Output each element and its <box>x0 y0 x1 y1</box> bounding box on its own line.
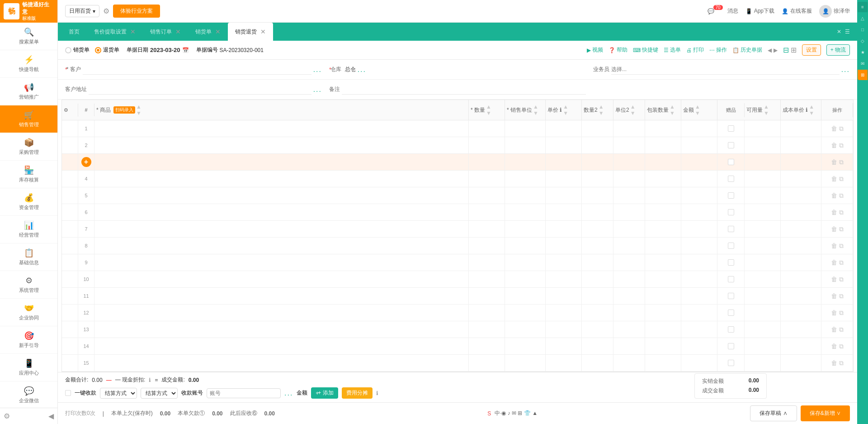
td-avail-13[interactable] <box>745 321 781 338</box>
account-dots[interactable]: ... <box>284 389 293 397</box>
gift-checkbox-14[interactable] <box>728 343 734 349</box>
td-pkgqty-13[interactable] <box>645 321 681 338</box>
history-action[interactable]: 📋 历史单据 <box>732 46 762 54</box>
rp-active-btn[interactable]: ⊞ <box>858 70 868 80</box>
td-pkgqty-12[interactable] <box>645 305 681 321</box>
save-new-btn[interactable]: 保存&新增 ∨ <box>801 405 850 421</box>
salesperson-dots[interactable]: ... <box>841 66 850 74</box>
td-cost-15[interactable] <box>781 355 821 371</box>
sidebar-item-cooperation[interactable]: 🤝 企业协同 <box>0 299 57 326</box>
copy-icon-15[interactable]: ⧉ <box>839 359 844 367</box>
settlement-select[interactable]: 结算方式 <box>100 388 137 399</box>
td-qty2-7[interactable] <box>582 221 613 237</box>
nav-left-icon[interactable]: ◀ <box>768 47 772 53</box>
td-pkgqty-15[interactable] <box>645 355 681 371</box>
td-amount-1[interactable] <box>681 120 717 137</box>
td-cost-9[interactable] <box>781 254 821 271</box>
close-all-icon[interactable]: ✕ <box>837 29 841 35</box>
sidebar-item-shortcut[interactable]: ⚡ 快捷导航 <box>0 50 57 78</box>
fee-split-info-icon[interactable]: ℹ <box>376 390 378 396</box>
td-cost-1[interactable] <box>781 120 821 137</box>
td-avail-8[interactable] <box>745 238 781 254</box>
sidebar-item-basic[interactable]: 📋 基础信息 <box>0 243 57 271</box>
sidebar-item-purchase[interactable]: 📦 采购管理 <box>0 133 57 161</box>
sidebar-bottom[interactable]: ⚙ ◀ <box>0 408 57 424</box>
delete-icon-7[interactable]: 🗑 <box>831 225 837 233</box>
address-dots[interactable]: ... <box>313 86 322 94</box>
td-qty-7[interactable] <box>469 221 505 237</box>
td-gift-2[interactable] <box>717 137 745 153</box>
td-unit2-8[interactable] <box>613 238 645 254</box>
scan-enter-btn[interactable]: 扫码录入 <box>113 106 135 114</box>
td-unit2-6[interactable] <box>613 204 645 220</box>
td-qty2-14[interactable] <box>582 338 613 354</box>
td-unit-8[interactable] <box>505 238 546 254</box>
td-gift-9[interactable] <box>717 254 745 271</box>
tab-close-sales_return[interactable]: ✕ <box>260 28 266 35</box>
td-unit2-14[interactable] <box>613 338 645 354</box>
gift-checkbox-10[interactable] <box>728 276 734 282</box>
sidebar-item-finance[interactable]: 💰 资金管理 <box>0 188 57 216</box>
td-qty2-10[interactable] <box>582 271 613 287</box>
sidebar-item-appstore[interactable]: 📱 应用中心 <box>0 354 57 381</box>
td-price-12[interactable] <box>546 305 582 321</box>
copy-icon-12[interactable]: ⧉ <box>839 309 844 317</box>
rp-note-btn[interactable]: □ <box>858 24 868 35</box>
td-unit2-11[interactable] <box>613 288 645 304</box>
td-goods-2[interactable] <box>94 137 469 153</box>
td-gift-8[interactable] <box>717 238 745 254</box>
td-gift-6[interactable] <box>717 204 745 220</box>
td-price-1[interactable] <box>546 120 582 137</box>
td-unit-12[interactable] <box>505 305 546 321</box>
td-pkgqty-1[interactable] <box>645 120 681 137</box>
video-action[interactable]: ▶ 视频 <box>587 46 603 54</box>
td-amount-12[interactable] <box>681 305 717 321</box>
warehouse-dots[interactable]: ... <box>358 66 366 74</box>
td-unit-7[interactable] <box>505 221 546 237</box>
td-qty2-15[interactable] <box>582 355 613 371</box>
gift-checkbox-12[interactable] <box>728 310 734 316</box>
td-goods-5[interactable] <box>94 187 469 204</box>
copy-icon-4[interactable]: ⧉ <box>839 175 844 183</box>
sidebar-collapse-icon[interactable]: ◀ <box>48 412 54 420</box>
td-unit-6[interactable] <box>505 204 546 220</box>
td-price-4[interactable] <box>546 171 582 187</box>
td-unit-14[interactable] <box>505 338 546 354</box>
settings-btn[interactable]: 设置 <box>802 44 821 56</box>
td-unit2-2[interactable] <box>613 137 645 153</box>
td-price-5[interactable] <box>546 187 582 204</box>
td-qty-11[interactable] <box>469 288 505 304</box>
td-gift-13[interactable] <box>717 321 745 338</box>
td-unit-13[interactable] <box>505 321 546 338</box>
td-unit-3[interactable] <box>505 154 546 170</box>
td-avail-7[interactable] <box>745 221 781 237</box>
td-amount-15[interactable] <box>681 355 717 371</box>
td-unit2-1[interactable] <box>613 120 645 137</box>
td-unit2-10[interactable] <box>613 271 645 287</box>
td-goods-12[interactable] <box>94 305 469 321</box>
sidebar-item-guide[interactable]: 🎯 新手引导 <box>0 326 57 354</box>
td-price-13[interactable] <box>546 321 582 338</box>
td-goods-1[interactable] <box>94 120 469 137</box>
td-qty-4[interactable] <box>469 171 505 187</box>
sidebar-item-operation[interactable]: 📊 经营管理 <box>0 216 57 243</box>
td-qty2-1[interactable] <box>582 120 613 137</box>
td-amount-7[interactable] <box>681 221 717 237</box>
td-avail-1[interactable] <box>745 120 781 137</box>
td-goods-4[interactable] <box>94 171 469 187</box>
gift-checkbox-8[interactable] <box>728 243 734 249</box>
td-price-10[interactable] <box>546 271 582 287</box>
tab-home[interactable]: 首页 <box>61 23 87 41</box>
td-avail-5[interactable] <box>745 187 781 204</box>
td-qty2-11[interactable] <box>582 288 613 304</box>
tab-sales_delivery[interactable]: 销货单✕ <box>188 23 228 41</box>
shortcut-action[interactable]: ⌨ 快捷键 <box>633 46 658 54</box>
td-qty-2[interactable] <box>469 137 505 153</box>
td-goods-10[interactable] <box>94 271 469 287</box>
gift-checkbox-5[interactable] <box>728 192 734 199</box>
td-qty-14[interactable] <box>469 338 505 354</box>
delete-icon-4[interactable]: 🗑 <box>831 175 837 182</box>
gift-checkbox-15[interactable] <box>728 360 734 366</box>
td-gift-1[interactable] <box>717 120 745 137</box>
td-qty-6[interactable] <box>469 204 505 220</box>
